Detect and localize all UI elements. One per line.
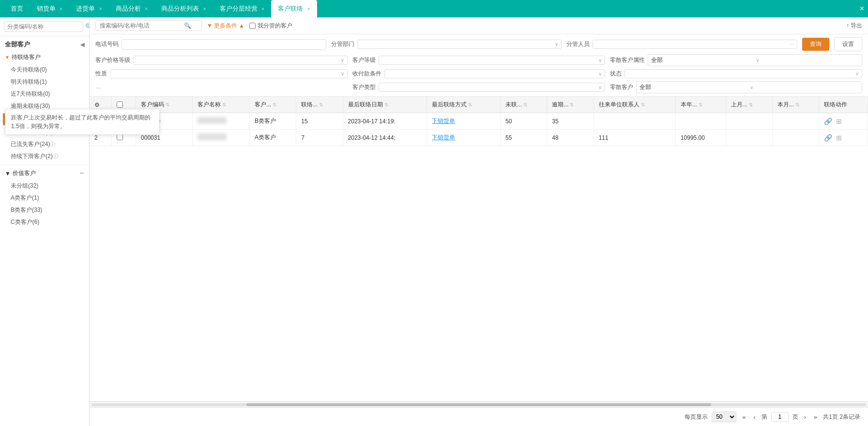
sidebar-item-today[interactable]: 今天待联络(0) xyxy=(0,64,89,76)
th-overdue-label: 逾期... xyxy=(552,101,568,109)
nav-tab-product-analysis-list[interactable]: 商品分析列表 × xyxy=(154,0,213,17)
method-link-2[interactable]: 下销货单 xyxy=(432,134,455,141)
th-this-month-label: 本月... xyxy=(777,101,794,109)
payment-select[interactable]: ∨ xyxy=(384,69,605,78)
table-row: 2 000031 A类客户 7 2023-04-12 14:44: xyxy=(90,130,868,146)
sidebar-search-input[interactable] xyxy=(4,21,83,32)
td-this-year-1 xyxy=(675,113,726,130)
status-select[interactable]: ∨ xyxy=(624,69,862,78)
dept-select[interactable]: ∨ xyxy=(357,40,562,49)
sort-uncontacted-icon[interactable]: ⇅ xyxy=(523,102,527,107)
sort-overdue-icon[interactable]: ⇅ xyxy=(570,102,574,107)
sort-this-year-icon[interactable]: ⇅ xyxy=(699,102,702,107)
sidebar-item-ungroup[interactable]: 未分组(32) xyxy=(0,180,89,192)
first-page-btn[interactable]: « xyxy=(740,413,747,421)
edit-value-group-icon[interactable]: ✏ xyxy=(80,170,84,176)
close-purchase-tab[interactable]: × xyxy=(99,6,102,12)
close-product-analysis-tab[interactable]: × xyxy=(145,6,148,12)
next-page-btn[interactable]: › xyxy=(802,413,808,421)
sidebar-item-a-class[interactable]: A类客户(1) xyxy=(0,192,89,204)
filter-cell-price-tier: 客户价格等级 ∨ xyxy=(95,56,348,65)
horizontal-scrollbar[interactable] xyxy=(90,401,868,407)
pending-contact-group[interactable]: ▼ 待联络客户 xyxy=(0,51,89,64)
more-conditions-btn[interactable]: ▼ 更多条件 ▲ xyxy=(207,22,244,30)
sidebar: 🔍 全部客户 ◀ ▼ 待联络客户 今天待联络(0) 明天待联络(1) 近7天待联… xyxy=(0,17,90,426)
price-tier-select[interactable]: ∨ xyxy=(133,56,348,65)
phone-label: 电话号码 xyxy=(95,40,119,48)
phone-input[interactable] xyxy=(122,39,326,50)
action-icon-link-1[interactable]: 🔗 xyxy=(824,118,832,125)
table-header-row: ⚙ 客户编码 ⇅ 客户名称 xyxy=(90,97,868,113)
collapse-sidebar-btn[interactable]: ◀ xyxy=(80,42,84,48)
content-area: 🔍 ▼ 更多条件 ▲ 我分管的客户 ↑ 导出 电话号码 xyxy=(90,17,868,426)
action-icon-grid-2[interactable]: ⊞ xyxy=(836,134,842,142)
action-icon-grid-1[interactable]: ⊞ xyxy=(836,118,842,125)
close-product-list-tab[interactable]: × xyxy=(203,6,206,12)
sort-last-month-icon[interactable]: ⇅ xyxy=(749,102,753,107)
filter-bar: 🔍 ▼ 更多条件 ▲ 我分管的客户 ↑ 导出 xyxy=(90,17,868,34)
last-page-btn[interactable]: » xyxy=(812,413,819,421)
nav-tab-product-analysis[interactable]: 商品分析 × xyxy=(109,0,154,17)
sort-date-icon[interactable]: ⇅ xyxy=(384,102,388,107)
close-sales-tab[interactable]: × xyxy=(60,6,62,12)
sidebar-search-icon[interactable]: 🔍 xyxy=(85,23,90,30)
prev-page-btn[interactable]: ‹ xyxy=(751,413,757,421)
close-customer-contact-tab[interactable]: × xyxy=(307,6,310,12)
my-customer-checkbox[interactable] xyxy=(249,23,256,29)
th-overdue: 逾期... ⇅ xyxy=(547,97,594,113)
sidebar-item-declining[interactable]: 持续下滑客户(2) ⓘ xyxy=(0,150,89,162)
sidebar-item-b-class[interactable]: B类客户(33) xyxy=(0,204,89,216)
advanced-filter: 电话号码 分管部门 ∨ 分管人员 ··· 查询 设置 xyxy=(90,34,868,97)
sidebar-item-c-class[interactable]: C类客户(6) xyxy=(0,216,89,228)
value-customer-group[interactable]: ▼ 价值客户 ✏ xyxy=(0,167,89,180)
filter-row-4: ··· 客户类型 ∨ 零散客户 全部∨ xyxy=(95,81,862,93)
sort-contact-icon[interactable]: ⇅ xyxy=(319,102,323,107)
td-overdue-2: 48 xyxy=(547,130,594,146)
filter-search-icon[interactable]: 🔍 xyxy=(184,22,191,29)
close-customer-tier-tab[interactable]: × xyxy=(261,6,264,12)
close-all-tabs[interactable]: × xyxy=(860,4,864,13)
settings-icon[interactable]: ⚙ xyxy=(94,102,100,108)
per-page-select[interactable]: 50 20 100 xyxy=(712,411,736,422)
retail-attr-select[interactable]: 全部∨ xyxy=(648,54,862,66)
retail-customer-select[interactable]: 全部∨ xyxy=(636,81,862,93)
customer-type-select[interactable]: ∨ xyxy=(379,83,605,92)
sidebar-item-tomorrow[interactable]: 明天待联络(1) xyxy=(0,76,89,88)
customer-tier-label: 客户等级 xyxy=(352,56,376,64)
settings-button[interactable]: 设置 xyxy=(834,37,862,51)
sort-type-icon[interactable]: ⇅ xyxy=(273,102,276,107)
export-btn[interactable]: ↑ 导出 xyxy=(846,22,862,30)
nav-tab-customer-tier[interactable]: 客户分层经营 × xyxy=(213,0,271,17)
nav-tab-sales[interactable]: 销货单 × xyxy=(30,0,69,17)
th-last-date-label: 最后联络日期 xyxy=(348,101,383,109)
sidebar-item-7days[interactable]: 近7天待联络(0) xyxy=(0,88,89,100)
sort-name-icon[interactable]: ⇅ xyxy=(222,102,226,107)
customer-tier-select[interactable]: ∨ xyxy=(379,56,605,65)
nav-tab-purchase[interactable]: 进货单 × xyxy=(69,0,108,17)
page-number-input[interactable] xyxy=(771,412,789,422)
sort-person-icon[interactable]: ⇅ xyxy=(641,102,645,107)
person-select[interactable]: ··· xyxy=(593,40,797,49)
nav-tab-home[interactable]: 首页 xyxy=(4,0,30,17)
page-suffix: 页 xyxy=(792,413,798,421)
scrollbar-thumb[interactable] xyxy=(246,403,711,406)
filter-cell-person: 分管人员 ··· xyxy=(566,40,797,49)
sidebar-item-lost[interactable]: 已流失客户(24) ⓘ xyxy=(0,138,89,150)
query-button[interactable]: 查询 xyxy=(802,38,829,51)
method-link-1[interactable]: 下销货单 xyxy=(432,118,455,124)
pagination-bar: 每页显示 50 20 100 « ‹ 第 页 › » 共1页 2条记录 xyxy=(90,407,868,426)
sort-method-icon[interactable]: ⇅ xyxy=(468,102,472,107)
select-all-checkbox[interactable] xyxy=(117,102,123,108)
info-icon-declining[interactable]: ⓘ xyxy=(53,153,58,160)
filter-search-input[interactable] xyxy=(100,22,182,29)
nature-select[interactable]: ∨ xyxy=(110,69,348,78)
sort-this-month-icon[interactable]: ⇅ xyxy=(795,102,799,107)
sort-code-icon[interactable]: ⇅ xyxy=(166,102,169,107)
td-overdue-1: 35 xyxy=(547,113,594,130)
nav-tab-customer-contact[interactable]: 客户联络 × xyxy=(271,0,317,17)
action-icon-link-2[interactable]: 🔗 xyxy=(824,134,832,142)
filter-cell-customer-type: 客户类型 ∨ xyxy=(352,83,605,92)
more-filter-dots[interactable]: ··· xyxy=(95,84,101,91)
info-icon-lost[interactable]: ⓘ xyxy=(50,141,55,148)
customer-type-label: 客户类型 xyxy=(352,83,376,91)
